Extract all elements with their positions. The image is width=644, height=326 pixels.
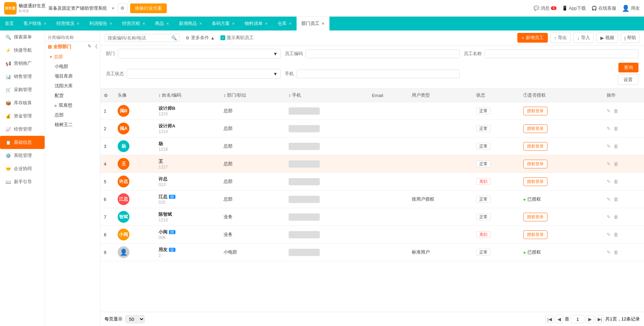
nav-home[interactable]: 首页 [0,17,19,30]
sidebar-item-system[interactable]: ⚙️ 系统管理 [0,149,45,162]
dept-node-project[interactable]: 项目库房 [45,71,100,81]
status-filter-select[interactable]: ▼ [127,69,281,79]
nav-customer[interactable]: 客户联络 ✕ [19,17,52,30]
page-number-input[interactable] [571,315,584,323]
col-phone[interactable]: ↕ 手机 [285,89,369,102]
delete-icon-0[interactable]: 🗑 [614,108,618,114]
system-dropdown-arrow[interactable]: ▼ [111,6,115,10]
close-history-icon[interactable]: ✕ [142,21,145,26]
dept-node-zongbu2[interactable]: 总部 [45,110,100,120]
dept-filter-select[interactable]: ▼ [118,49,281,59]
prev-page-button[interactable]: ◀ [555,315,563,323]
phone-input[interactable] [297,70,460,78]
edit-icon-1[interactable]: ✎ [607,126,611,131]
nav-dept-employee[interactable]: 部门员工 ✕ [297,17,329,30]
nav-goods[interactable]: 商品 ✕ [150,17,174,30]
gear-button[interactable]: ⚙ [118,3,127,13]
edit-icon-4[interactable]: ✎ [607,179,611,184]
close-business-icon[interactable]: ✕ [76,21,80,26]
dept-edit-icon[interactable]: ✎ [88,44,91,50]
auth-button-2[interactable]: 授权登录 [523,142,547,151]
nav-profit[interactable]: 利润报告 ✕ [84,17,117,30]
dept-node-shenyang[interactable]: 沈阳大库 [45,81,100,91]
import-button[interactable]: ↓ 导入 [573,33,594,43]
close-warehouse-icon[interactable]: ✕ [289,21,292,26]
edit-icon-8[interactable]: ✎ [607,249,611,255]
close-bom-icon[interactable]: ✕ [265,21,268,26]
service-button[interactable]: 🎧 在线客服 [591,5,616,11]
dept-node-zongbu[interactable]: ▼ 总部 [45,52,100,62]
sidebar-item-marketing[interactable]: 📢 营销推广 [0,57,45,70]
nav-barcode[interactable]: 条码方案 ✕ [207,17,240,30]
dept-node-xiao-electric[interactable]: 小电部 [45,62,100,71]
show-resigned-checkbox[interactable]: ✓ 显示离职员工 [220,35,254,41]
query-button[interactable]: 查询 [618,63,638,72]
delete-icon-6[interactable]: 🗑 [614,214,618,220]
dept-search-input[interactable] [48,35,100,40]
next-page-button[interactable]: ▶ [586,315,594,323]
dept-header[interactable]: ⊞ 全部部门 ✎ 《 [45,42,100,52]
sidebar-item-collab[interactable]: 🤝 企业协同 [0,162,45,175]
close-barcode-icon[interactable]: ✕ [232,21,235,26]
export-button[interactable]: ↑ 导出 [551,33,571,43]
sidebar-item-guide[interactable]: 📖 新手引导 [0,175,45,188]
user-button[interactable]: 👤 用友 [622,5,640,12]
delete-icon-4[interactable]: 🗑 [614,179,618,184]
sidebar-item-finance[interactable]: 💰 资金管理 [0,109,45,123]
last-page-button[interactable]: ▶| [596,315,604,323]
edit-icon-2[interactable]: ✎ [607,143,611,149]
auth-button-1[interactable]: 授权登录 [523,124,547,133]
delete-icon-3[interactable]: 🗑 [614,161,618,167]
close-customer-icon[interactable]: ✕ [44,21,47,26]
edit-icon-5[interactable]: ✎ [607,196,611,202]
dept-node-shuangzuo[interactable]: ▶ 双座想 [45,100,100,110]
sidebar-item-search[interactable]: 🔍 搜索菜单 [0,30,45,44]
sidebar-item-purchase[interactable]: 🛒 采购管理 [0,83,45,96]
edit-icon-6[interactable]: ✎ [607,214,611,220]
auth-button-6[interactable]: 授权登录 [523,213,547,221]
app-download-button[interactable]: 📱 App下载 [562,5,586,11]
edit-icon-7[interactable]: ✎ [607,232,611,237]
nav-business[interactable]: 经营情况 ✕ [52,17,84,30]
experience-button[interactable]: 体验行业方案 [130,3,167,13]
delete-icon-5[interactable]: 🗑 [614,196,618,202]
dept-node-peihou[interactable]: 配货 [45,91,100,100]
set-button[interactable]: 设置 [618,74,638,85]
close-dept-icon[interactable]: ✕ [321,21,325,26]
col-settings[interactable]: ⚙ [100,89,114,102]
sidebar-item-quick-nav[interactable]: ⚡ 快捷导航 [0,44,45,57]
delete-icon-2[interactable]: 🗑 [614,143,618,149]
nav-add-goods[interactable]: 新增商品 ✕ [174,17,207,30]
close-add-goods-icon[interactable]: ✕ [199,21,202,26]
add-employee-button[interactable]: + 新增员工 [517,33,548,43]
nav-history[interactable]: 经营历程 ✕ [117,17,150,30]
col-dept[interactable]: ↕ 部门/职位 [220,89,285,102]
employee-search-input[interactable] [108,35,170,41]
auth-button-0[interactable]: 授权登录 [523,107,547,115]
close-goods-icon[interactable]: ✕ [166,21,169,26]
edit-icon-0[interactable]: ✎ [607,108,611,114]
col-name[interactable]: ↕ 姓名/编码 [155,89,220,102]
edit-icon-3[interactable]: ✎ [607,161,611,167]
sidebar-item-inventory[interactable]: 📦 库存核算 [0,96,45,109]
nav-warehouse[interactable]: 仓库 ✕ [273,17,297,30]
delete-icon-8[interactable]: 🗑 [614,249,618,255]
video-button[interactable]: ▶ 视频 [597,33,618,43]
sidebar-item-basic[interactable]: 📋 基础信息 [0,136,45,149]
sidebar-item-operation[interactable]: 📈 经营管理 [0,123,45,136]
sidebar-item-sales[interactable]: 📊 销售管理 [0,70,45,83]
dept-node-zhishu[interactable]: 植树王二 [45,120,100,130]
auth-button-4[interactable]: 授权登录 [523,177,547,186]
emp-code-input[interactable] [306,50,460,58]
auth-button-7[interactable]: 授权登录 [523,230,547,239]
help-button[interactable]: | 帮助 [621,33,640,43]
dept-collapse-icon[interactable]: 《 [93,44,97,50]
employee-search-icon[interactable]: 🔍 [171,35,177,41]
message-button[interactable]: 💬 消息 6 [534,5,556,11]
auth-button-3[interactable]: 授权登录 [523,160,547,168]
more-conditions-button[interactable]: ⚙ 更多条件 ▲ [183,34,218,42]
emp-name-input[interactable] [484,50,638,58]
delete-icon-7[interactable]: 🗑 [614,232,618,237]
first-page-button[interactable]: |◀ [545,315,554,323]
nav-bom[interactable]: 物料清单 ✕ [240,17,273,30]
